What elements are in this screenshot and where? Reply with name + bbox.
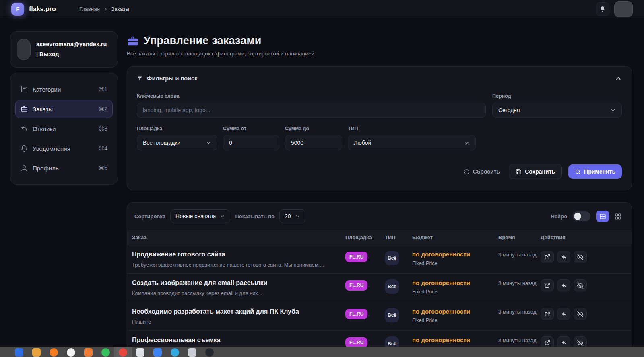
sidebar-item-profile[interactable]: Профиль ⌘5 xyxy=(15,159,113,177)
type-select[interactable]: Любой xyxy=(348,135,476,150)
open-external-button[interactable] xyxy=(541,251,554,263)
taskbar-app[interactable] xyxy=(97,347,114,357)
table-row: Создать изображение для email рассылки К… xyxy=(127,273,632,302)
taskbar-app-icon[interactable] xyxy=(205,348,214,357)
taskbar-app[interactable] xyxy=(149,347,166,357)
period-value: Сегодня xyxy=(498,107,520,113)
budget-kind: Fixed Price xyxy=(412,289,498,295)
taskbar-app-icon[interactable] xyxy=(119,348,127,357)
time-ago: 3 минуты назад xyxy=(498,279,541,286)
sum-to-label: Сумма до xyxy=(285,126,342,131)
user-avatar-button[interactable] xyxy=(614,1,633,17)
taskbar-app[interactable] xyxy=(62,347,80,357)
reply-button[interactable] xyxy=(557,251,570,263)
sidebar-item-label: Профиль xyxy=(33,165,59,172)
sum-to-input[interactable] xyxy=(285,135,342,150)
save-label: Сохранить xyxy=(525,168,555,175)
collapse-filters-button[interactable] xyxy=(615,75,622,82)
type-badge: Всё xyxy=(385,308,399,322)
breadcrumb-current: Заказы xyxy=(111,6,129,12)
taskbar-app-icon[interactable] xyxy=(171,348,179,357)
reply-button[interactable] xyxy=(557,279,570,291)
table-view-button[interactable] xyxy=(596,211,609,222)
sidebar-item-responses[interactable]: Отклики ⌘3 xyxy=(15,119,113,138)
eye-off-icon xyxy=(577,340,583,346)
reply-button[interactable] xyxy=(557,308,570,320)
taskbar-app[interactable] xyxy=(166,347,184,357)
taskbar-app-icon[interactable] xyxy=(32,348,41,357)
taskbar-app[interactable] xyxy=(114,347,132,357)
neuro-toggle[interactable] xyxy=(573,211,590,221)
order-title[interactable]: Необходимо разработать макет акций для П… xyxy=(132,308,345,315)
taskbar-app[interactable] xyxy=(28,347,45,357)
apply-filters-button[interactable]: Применить xyxy=(568,164,622,179)
notifications-button[interactable] xyxy=(596,2,609,16)
chevron-down-icon xyxy=(295,214,300,219)
order-title[interactable]: Продвижение готового сайта xyxy=(132,251,345,258)
hide-button[interactable] xyxy=(574,308,587,320)
taskbar-app[interactable] xyxy=(45,347,62,357)
sum-from-input[interactable] xyxy=(223,135,279,150)
sidebar-item-orders[interactable]: Заказы ⌘2 xyxy=(15,100,113,118)
taskbar-app-icon[interactable] xyxy=(50,348,58,357)
shortcut-badge: ⌘5 xyxy=(99,165,107,171)
external-link-icon xyxy=(545,283,550,288)
taskbar-app[interactable] xyxy=(10,347,28,357)
logout-link[interactable]: | Выход xyxy=(36,49,107,60)
platform-label: Площадка xyxy=(137,126,217,131)
reset-button[interactable]: Сбросить xyxy=(461,164,502,179)
sidebar-item-categories[interactable]: Категории ⌘1 xyxy=(15,80,113,98)
order-description: Пишите xyxy=(132,319,345,325)
sort-label: Сортировка xyxy=(134,213,165,220)
budget-value: по договоренности xyxy=(412,251,498,258)
open-external-button[interactable] xyxy=(541,308,554,320)
taskbar-app-icon[interactable] xyxy=(101,348,110,357)
taskbar-app-icon[interactable] xyxy=(136,348,144,357)
per-page-label: Показывать по xyxy=(235,213,275,220)
platform-value: Все площадки xyxy=(143,140,180,146)
budget-kind: Fixed Price xyxy=(412,261,498,266)
taskbar-app-icon[interactable] xyxy=(153,348,162,357)
user-icon xyxy=(21,164,28,172)
grid-view-button[interactable] xyxy=(611,211,624,222)
sum-from-label: Сумма от xyxy=(223,126,279,131)
apply-label: Применить xyxy=(584,168,615,175)
eye-off-icon xyxy=(577,311,583,317)
budget-value: по договоренности xyxy=(412,308,498,315)
open-external-button[interactable] xyxy=(541,279,554,291)
order-title[interactable]: Создать изображение для email рассылки xyxy=(132,279,345,287)
taskbar-app[interactable] xyxy=(132,347,149,357)
taskbar-app[interactable] xyxy=(80,347,97,357)
save-filters-button[interactable]: Сохранить xyxy=(509,164,562,179)
sort-select[interactable]: Новые сначала xyxy=(170,209,230,223)
reply-icon xyxy=(561,340,567,345)
main-content: Управление заказами Все заказы с фриланс… xyxy=(127,29,632,357)
taskbar-app-icon[interactable] xyxy=(84,348,93,357)
taskbar-app-icon[interactable] xyxy=(15,348,23,357)
taskbar-app[interactable] xyxy=(201,347,218,357)
user-card: aseevromana@yandex.ru | Выход xyxy=(10,31,118,68)
per-page-select[interactable]: 20 xyxy=(279,209,305,223)
taskbar-app-icon[interactable] xyxy=(67,348,75,357)
sort-value: Новые сначала xyxy=(175,213,216,220)
sidebar: aseevromana@yandex.ru | Выход Категории … xyxy=(10,31,118,357)
breadcrumb-home[interactable]: Главная xyxy=(79,6,100,12)
column-order: Заказ xyxy=(132,234,345,240)
briefcase-icon xyxy=(127,35,139,47)
brand-logo[interactable]: F xyxy=(11,3,24,16)
page-title: Управление заказами xyxy=(144,35,261,47)
shortcut-badge: ⌘2 xyxy=(99,106,107,112)
taskbar-app-icon[interactable] xyxy=(188,348,196,357)
hide-button[interactable] xyxy=(574,251,587,263)
taskbar-app[interactable] xyxy=(184,347,201,357)
sidebar-item-label: Заказы xyxy=(33,106,53,113)
external-link-icon xyxy=(545,254,550,260)
order-title[interactable]: Профессиональная съемка xyxy=(132,336,345,344)
hide-button[interactable] xyxy=(574,279,587,291)
sidebar-item-notifications[interactable]: Уведомления ⌘4 xyxy=(15,139,113,158)
order-description: Требуется эффективное продвижение нашего… xyxy=(132,262,345,268)
breadcrumb: Главная Заказы xyxy=(79,6,130,12)
keywords-input[interactable] xyxy=(137,103,486,118)
platform-select[interactable]: Все площадки xyxy=(137,135,217,150)
period-select[interactable]: Сегодня xyxy=(492,103,622,118)
